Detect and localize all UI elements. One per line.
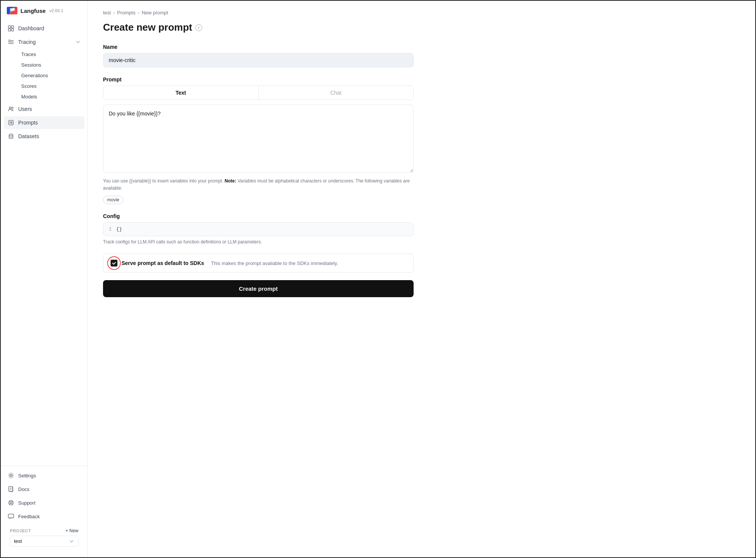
prompt-type-tabs: Text Chat (103, 86, 414, 100)
new-project-button[interactable]: + New (66, 528, 78, 533)
breadcrumb-test[interactable]: test (103, 10, 111, 16)
config-line-number: 1 (109, 226, 112, 232)
checkbox-ring (107, 256, 121, 270)
users-icon (8, 106, 14, 112)
config-hint: Track configs for LLM API calls such as … (103, 239, 414, 245)
prompts-icon (8, 119, 14, 126)
checkmark-icon (112, 261, 116, 265)
prompt-section: Prompt Text Chat You can use {{variable}… (103, 76, 414, 204)
checkbox-sublabel: This makes the prompt available to the S… (211, 260, 338, 266)
create-prompt-button[interactable]: Create prompt (103, 280, 414, 297)
page-title: Create new prompt i (103, 22, 414, 33)
name-section: Name (103, 44, 414, 67)
sidebar-item-datasets[interactable]: Datasets (4, 130, 84, 143)
sidebar-item-prompts[interactable]: Prompts (4, 116, 84, 129)
svg-rect-0 (8, 26, 11, 28)
settings-label: Settings (18, 473, 36, 479)
feedback-icon (8, 513, 14, 520)
svg-point-18 (10, 502, 12, 504)
sidebar-item-scores[interactable]: Scores (17, 81, 84, 91)
feedback-label: Feedback (18, 514, 40, 519)
tab-text[interactable]: Text (103, 86, 259, 100)
svg-point-9 (12, 107, 13, 109)
checkbox-label: Serve prompt as default to SDKs (122, 260, 204, 266)
config-editor[interactable]: 1 {} (103, 222, 414, 236)
breadcrumb-sep-1: › (113, 10, 115, 16)
app-version: v2.65.1 (50, 8, 63, 13)
svg-rect-3 (11, 29, 14, 31)
tracing-icon (8, 39, 14, 45)
variable-badge: movie (103, 196, 123, 204)
main-content: test › Prompts › New prompt Create new p… (88, 1, 755, 557)
tracing-chevron-icon (75, 39, 81, 45)
breadcrumb-prompts[interactable]: Prompts (117, 10, 135, 16)
users-label: Users (18, 106, 32, 112)
svg-rect-2 (8, 29, 11, 31)
sdk-default-checkbox[interactable] (111, 260, 117, 267)
app-logo: 🏳️ Langfuse v2.65.1 (1, 7, 87, 22)
svg-point-8 (9, 107, 11, 109)
datasets-icon (8, 133, 14, 140)
name-label: Name (103, 44, 414, 50)
name-input[interactable] (103, 53, 414, 67)
support-icon (8, 499, 14, 506)
svg-point-12 (10, 475, 12, 477)
docs-icon (8, 486, 14, 493)
breadcrumb: test › Prompts › New prompt (103, 10, 414, 16)
tracing-label: Tracing (18, 39, 36, 45)
prompt-textarea[interactable] (103, 104, 414, 173)
sidebar-item-users[interactable]: Users (4, 103, 84, 115)
sidebar-item-feedback[interactable]: Feedback (4, 510, 84, 523)
config-code: {} (116, 226, 122, 232)
dashboard-icon (8, 25, 14, 32)
svg-point-11 (9, 134, 13, 136)
settings-icon (8, 472, 14, 479)
project-section: Project + New test (4, 524, 84, 548)
prompt-hint: You can use {{variable}} to insert varia… (103, 178, 414, 192)
sidebar-item-docs[interactable]: Docs (4, 483, 84, 496)
sidebar-item-tracing[interactable]: Tracing (4, 36, 84, 48)
dashboard-label: Dashboard (18, 25, 44, 31)
docs-label: Docs (18, 486, 30, 492)
datasets-label: Datasets (18, 133, 39, 139)
config-section: Config 1 {} Track configs for LLM API ca… (103, 213, 414, 245)
tab-chat[interactable]: Chat (259, 86, 414, 100)
svg-rect-10 (9, 120, 13, 125)
logo-icon: 🏳️ (7, 7, 17, 14)
svg-rect-23 (8, 514, 14, 518)
sidebar-navigation: Dashboard Tracing Traces S (1, 22, 87, 466)
project-selector[interactable]: test (10, 536, 78, 547)
sidebar-item-sessions[interactable]: Sessions (17, 60, 84, 70)
sidebar-item-generations[interactable]: Generations (17, 70, 84, 81)
support-label: Support (18, 500, 36, 506)
sdk-default-row: Serve prompt as default to SDKs This mak… (103, 254, 414, 273)
info-icon[interactable]: i (195, 24, 202, 31)
config-label: Config (103, 213, 414, 219)
sidebar-item-traces[interactable]: Traces (17, 49, 84, 59)
svg-rect-7 (9, 40, 10, 41)
sidebar-bottom: Settings Docs (1, 466, 87, 551)
svg-rect-1 (11, 26, 14, 28)
project-label: Project + New (10, 528, 78, 533)
breadcrumb-current: New prompt (142, 10, 168, 16)
sidebar-item-dashboard[interactable]: Dashboard (4, 22, 84, 35)
sidebar-item-models[interactable]: Models (17, 92, 84, 102)
sidebar: 🏳️ Langfuse v2.65.1 Dashboard (1, 1, 88, 557)
prompt-label: Prompt (103, 76, 414, 83)
app-name: Langfuse (20, 8, 46, 14)
sidebar-item-support[interactable]: Support (4, 496, 84, 509)
tracing-sub-nav: Traces Sessions Generations Scores Model… (4, 49, 84, 102)
prompts-label: Prompts (18, 120, 38, 126)
breadcrumb-sep-2: › (138, 10, 139, 16)
sidebar-item-settings[interactable]: Settings (4, 469, 84, 482)
